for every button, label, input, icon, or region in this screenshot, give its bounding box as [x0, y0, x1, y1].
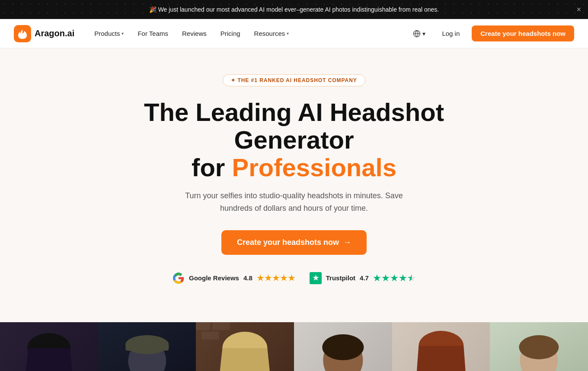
- banner-text: 🎉 We just launched our most advanced AI …: [149, 6, 439, 13]
- trustpilot-reviews: ★ Trustpilot 4.7: [310, 272, 415, 284]
- nav-resources[interactable]: Resources ▾: [248, 26, 295, 41]
- photo-3: [196, 322, 294, 371]
- google-stars: ★★★★★: [257, 273, 296, 283]
- person-silhouette-2: [98, 322, 196, 371]
- svg-rect-9: [196, 322, 210, 330]
- photo-6: 🔥 AI Generated by Aragon: [490, 322, 588, 371]
- photo-1: [0, 322, 98, 371]
- svg-rect-10: [213, 322, 230, 330]
- logo-text: Aragon.ai: [35, 29, 74, 38]
- logo-icon: [14, 25, 31, 42]
- google-rating: 4.8: [243, 274, 252, 282]
- banner-close-button[interactable]: ×: [576, 6, 581, 13]
- hero-title-highlight: Professionals: [232, 153, 396, 181]
- svg-rect-11: [202, 332, 219, 339]
- person-silhouette-3: [196, 322, 294, 371]
- person-silhouette-5: [392, 322, 490, 371]
- nav-reviews[interactable]: Reviews: [176, 26, 213, 41]
- login-button[interactable]: Log in: [435, 26, 467, 41]
- chevron-down-icon-lang: ▾: [422, 30, 425, 37]
- person-silhouette-4: [294, 322, 392, 371]
- globe-icon: [413, 30, 421, 38]
- hero-cta-button[interactable]: Create your headshots now →: [221, 230, 367, 255]
- nav-cta-button[interactable]: Create your headshots now: [472, 25, 574, 41]
- trustpilot-icon: ★: [310, 272, 322, 284]
- svg-rect-7: [125, 343, 169, 351]
- language-selector[interactable]: ▾: [409, 27, 430, 40]
- nav-pricing[interactable]: Pricing: [214, 26, 246, 41]
- nav-links: Products ▾ For Teams Reviews Pricing Res…: [88, 26, 409, 41]
- trustpilot-rating: 4.7: [360, 274, 369, 282]
- navbar: Aragon.ai Products ▾ For Teams Reviews P…: [0, 19, 588, 48]
- photo-5: 🔥 AI Generated by Aragon: [392, 322, 490, 371]
- svg-point-22: [519, 335, 559, 359]
- hero-subtitle: Turn your selfies into studio-quality he…: [182, 190, 406, 215]
- person-silhouette-6: [490, 322, 588, 371]
- photo-4: 🔥 AI Generated by Aragon: [294, 322, 392, 371]
- rank-badge: ✦ THE #1 RANKED AI HEADSHOT COMPANY: [223, 74, 365, 86]
- svg-point-16: [322, 334, 364, 360]
- photo-grid: 🔥 AI Generated by Aragon 🔥 AI Generated: [0, 322, 588, 371]
- google-reviews: Google Reviews 4.8 ★★★★★: [173, 272, 296, 284]
- arrow-right-icon: →: [343, 238, 351, 247]
- google-label: Google Reviews: [189, 274, 239, 282]
- google-icon: [173, 272, 185, 284]
- hero-title-for: for: [192, 153, 232, 181]
- announcement-banner: 🎉 We just launched our most advanced AI …: [0, 0, 588, 19]
- trustpilot-label: Trustpilot: [326, 274, 355, 282]
- nav-right: ▾ Log in Create your headshots now: [409, 25, 574, 41]
- chevron-down-icon: ▾: [121, 31, 124, 36]
- photo-2: [98, 322, 196, 371]
- flame-icon: [17, 29, 28, 39]
- reviews-row: Google Reviews 4.8 ★★★★★ ★ Trustpilot 4.…: [9, 272, 579, 284]
- hero-section: ✦ THE #1 RANKED AI HEADSHOT COMPANY The …: [0, 48, 588, 322]
- nav-for-teams[interactable]: For Teams: [131, 26, 174, 41]
- chevron-down-icon-resources: ▾: [287, 31, 289, 36]
- nav-products[interactable]: Products ▾: [88, 26, 130, 41]
- person-silhouette-1: [0, 322, 98, 371]
- trustpilot-stars: [373, 274, 415, 282]
- logo-link[interactable]: Aragon.ai: [14, 25, 74, 42]
- hero-title: The Leading AI Headshot Generator for Pr…: [130, 98, 458, 181]
